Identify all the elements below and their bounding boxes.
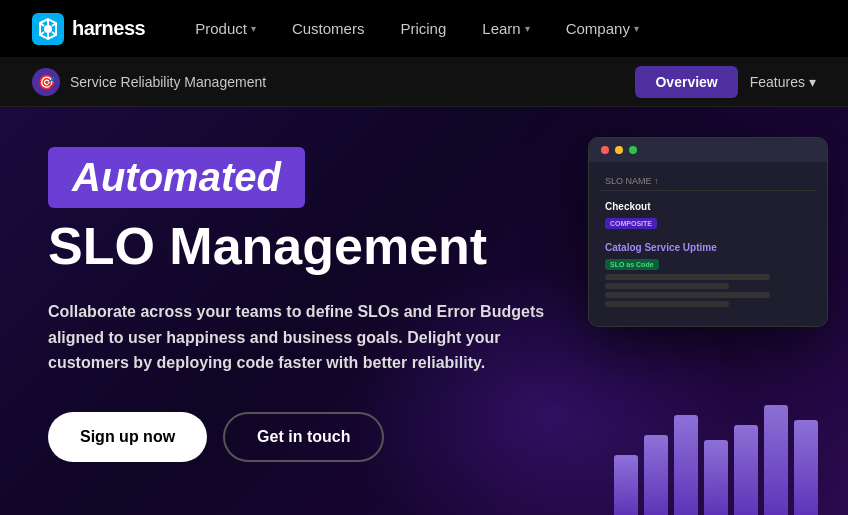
table-row: Catalog Service Uptime SLO as Code bbox=[599, 238, 817, 314]
logo-text: harness bbox=[72, 17, 145, 40]
bar-1 bbox=[614, 455, 638, 515]
harness-logo-icon bbox=[32, 13, 64, 45]
svg-point-1 bbox=[44, 25, 52, 33]
hero-badge: Automated bbox=[48, 147, 305, 208]
main-nav: harness Product ▾ Customers Pricing Lear… bbox=[0, 0, 848, 57]
window-maximize-dot bbox=[629, 146, 637, 154]
sub-nav: 🎯 Service Reliability Management Overvie… bbox=[0, 57, 848, 107]
ui-line bbox=[605, 292, 770, 298]
hero-section: Automated SLO Management Collaborate acr… bbox=[0, 107, 848, 515]
signup-button[interactable]: Sign up now bbox=[48, 412, 207, 462]
bar-7 bbox=[794, 420, 818, 515]
chevron-down-icon: ▾ bbox=[525, 0, 530, 57]
ui-line-short bbox=[605, 301, 729, 307]
chevron-down-icon: ▾ bbox=[809, 74, 816, 90]
bar-5 bbox=[734, 425, 758, 515]
sub-nav-title: Service Reliability Management bbox=[70, 74, 266, 90]
table-header: SLO NAME ↑ bbox=[599, 172, 817, 191]
bar-3 bbox=[674, 415, 698, 515]
sub-nav-actions: Overview Features ▾ bbox=[635, 66, 816, 98]
overview-button[interactable]: Overview bbox=[635, 66, 737, 98]
nav-item-learn[interactable]: Learn ▾ bbox=[464, 0, 547, 57]
hero-visual: SLO NAME ↑ Checkout COMPOSITE Catalog Se… bbox=[588, 137, 828, 327]
ui-card-header bbox=[589, 138, 827, 162]
bar-chart bbox=[614, 405, 818, 515]
chevron-down-icon: ▾ bbox=[634, 0, 639, 57]
ui-card-body: SLO NAME ↑ Checkout COMPOSITE Catalog Se… bbox=[589, 162, 827, 326]
window-close-dot bbox=[601, 146, 609, 154]
composite-badge: COMPOSITE bbox=[605, 218, 657, 229]
nav-links: Product ▾ Customers Pricing Learn ▾ Comp… bbox=[177, 0, 657, 57]
ui-line-short bbox=[605, 283, 729, 289]
chevron-down-icon: ▾ bbox=[251, 0, 256, 57]
hero-content: Automated SLO Management Collaborate acr… bbox=[48, 147, 568, 462]
nav-item-pricing[interactable]: Pricing bbox=[382, 0, 464, 57]
table-row: Checkout COMPOSITE bbox=[599, 197, 817, 234]
nav-item-customers[interactable]: Customers bbox=[274, 0, 383, 57]
window-minimize-dot bbox=[615, 146, 623, 154]
logo[interactable]: harness bbox=[32, 13, 145, 45]
sub-nav-product: 🎯 Service Reliability Management bbox=[32, 68, 266, 96]
slo-code-badge: SLO as Code bbox=[605, 259, 659, 270]
hero-buttons: Sign up now Get in touch bbox=[48, 412, 568, 462]
hero-title: SLO Management bbox=[48, 218, 568, 275]
bar-6 bbox=[764, 405, 788, 515]
contact-button[interactable]: Get in touch bbox=[223, 412, 384, 462]
bar-2 bbox=[644, 435, 668, 515]
nav-item-company[interactable]: Company ▾ bbox=[548, 0, 657, 57]
nav-item-product[interactable]: Product ▾ bbox=[177, 0, 274, 57]
srm-icon: 🎯 bbox=[32, 68, 60, 96]
ui-card: SLO NAME ↑ Checkout COMPOSITE Catalog Se… bbox=[588, 137, 828, 327]
ui-line bbox=[605, 274, 770, 280]
bar-4 bbox=[704, 440, 728, 515]
hero-description: Collaborate across your teams to define … bbox=[48, 299, 568, 376]
features-button[interactable]: Features ▾ bbox=[750, 74, 816, 90]
